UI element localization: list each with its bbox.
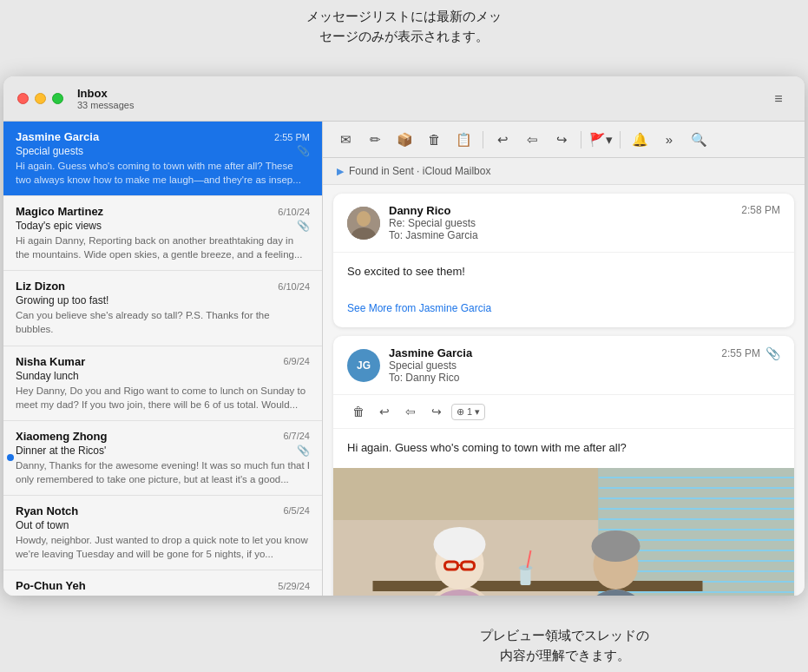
unread-dot (7, 454, 14, 461)
inline-reply-all-button[interactable]: ⇦ (399, 400, 422, 423)
sender-details-1: Danny Rico Re: Special guests To: Jasmin… (389, 204, 478, 241)
annotation-top: メッセージリストには最新のメッ セージのみが表示されます。 (0, 7, 808, 46)
attachment-icon: 📎 (297, 220, 310, 232)
message-sender: Magico Martinez (16, 205, 103, 218)
message-list-panel: Jasmine Garcia 2:55 PM Special guests 📎 … (3, 122, 323, 596)
move-button[interactable]: 📋 (451, 128, 476, 152)
message-item[interactable]: Ryan Notch 6/5/24 Out of town Howdy, nei… (3, 496, 322, 570)
traffic-lights (17, 93, 63, 104)
message-sender: Liz Dizon (16, 280, 65, 293)
inline-reply-button[interactable]: ↩ (373, 400, 396, 423)
svg-rect-20 (373, 581, 703, 591)
avatar-danny (347, 207, 380, 240)
message-item[interactable]: Nisha Kumar 6/9/24 Sunday lunch Hey Dann… (3, 346, 322, 421)
message-item[interactable]: Magico Martinez 6/10/24 Today's epic vie… (3, 196, 322, 271)
email-body-text-2: Hi again. Guess who's coming to town wit… (347, 439, 780, 458)
email-body-1: So excited to see them! See More from Ja… (333, 253, 794, 327)
title-bar: Inbox 33 messages ≡ (3, 76, 805, 122)
message-date: 2:55 PM (274, 132, 310, 142)
inline-toolbar: 🗑 ↩ ⇦ ↪ ⊕ 1 ▾ (333, 395, 794, 429)
more-button[interactable]: » (657, 128, 681, 152)
reply-all-button[interactable]: ⇦ (520, 128, 544, 152)
trash-button[interactable]: 🗑 (422, 128, 446, 152)
svg-rect-6 (599, 468, 795, 477)
location-icon: ▶ (337, 166, 344, 177)
message-header: Magico Martinez 6/10/24 (16, 205, 310, 218)
mail-window: Inbox 33 messages ≡ Jasmine Garcia 2:55 … (3, 76, 805, 596)
message-subject: Lunch call? (16, 594, 310, 596)
message-preview: Can you believe she's already so tall? P… (16, 308, 310, 336)
svg-point-1 (357, 211, 371, 227)
inbox-title: Inbox (77, 87, 134, 100)
archive-button[interactable]: 📦 (392, 128, 417, 152)
svg-point-23 (434, 527, 486, 562)
message-date: 6/7/24 (283, 431, 310, 441)
avatar-jasmine: JG (347, 349, 380, 382)
sender-to-2: To: Danny Rico (389, 372, 472, 384)
sender-details-2: Jasmine Garcia Special guests To: Danny … (389, 346, 472, 384)
inline-trash-button[interactable]: 🗑 (347, 400, 370, 423)
message-item[interactable]: Xiaomeng Zhong 6/7/24 Dinner at the Rico… (3, 421, 322, 496)
email-1-header: Danny Rico Re: Special guests To: Jasmin… (333, 194, 794, 253)
forward-button[interactable]: ↪ (549, 128, 574, 152)
message-preview: Hi again. Guess who's coming to town wit… (16, 159, 310, 187)
svg-rect-9 (599, 499, 795, 508)
message-header: Liz Dizon 6/10/24 (16, 280, 310, 293)
svg-rect-10 (599, 510, 795, 518)
message-preview: Howdy, neighbor. Just wanted to drop a q… (16, 533, 310, 561)
search-button[interactable]: 🔍 (686, 128, 711, 152)
see-more-link[interactable]: See More from Jasmine Garcia (347, 302, 491, 314)
message-item[interactable]: Liz Dizon 6/10/24 Growing up too fast! C… (3, 271, 322, 346)
message-sender: Nisha Kumar (16, 355, 85, 368)
flag-button[interactable]: 🚩▾ (588, 128, 613, 152)
toolbar-divider-1 (483, 131, 483, 148)
email-2-header: JG Jasmine Garcia Special guests To: Dan… (333, 336, 794, 395)
attachment-icon: 📎 (297, 445, 310, 457)
fullscreen-button[interactable] (52, 93, 63, 104)
notification-button[interactable]: 🔔 (627, 128, 652, 152)
email-1-header-row: Danny Rico Re: Special guests To: Jasmin… (347, 204, 780, 241)
sender-info-1: Danny Rico Re: Special guests To: Jasmin… (347, 204, 478, 241)
message-date: 6/10/24 (278, 207, 310, 217)
count-badge[interactable]: ⊕ 1 ▾ (451, 404, 485, 420)
found-in-sent-banner: ▶ Found in Sent · iCloud Mailbox (323, 158, 805, 185)
message-sender: Ryan Notch (16, 504, 78, 517)
email-2-header-row: JG Jasmine Garcia Special guests To: Dan… (347, 346, 780, 384)
sender-subject-2: Special guests (389, 359, 472, 372)
svg-point-33 (519, 565, 533, 570)
compose-button[interactable]: ✏ (363, 128, 387, 152)
filter-icon[interactable]: ≡ (766, 87, 791, 111)
message-item[interactable]: Po-Chun Yeh 5/29/24 Lunch call? Think yo… (3, 570, 322, 596)
annotation-bottom: プレビュー領域でスレッドの 内容が理解できます。 (321, 626, 808, 665)
message-sender: Xiaomeng Zhong (16, 430, 107, 443)
email-message-2: JG Jasmine Garcia Special guests To: Dan… (333, 336, 794, 596)
sender-subject-1: Re: Special guests (389, 217, 478, 229)
new-message-button[interactable]: ✉ (333, 128, 358, 152)
message-subject: Today's epic views 📎 (16, 220, 310, 232)
found-in-sent-text: Found in Sent · iCloud Mailbox (349, 165, 490, 177)
inline-forward-button[interactable]: ↪ (425, 400, 448, 423)
main-toolbar: ✉ ✏ 📦 🗑 📋 ↩ ⇦ ↪ 🚩▾ 🔔 » 🔍 (323, 122, 805, 158)
email-body-text-1: So excited to see them! (347, 263, 780, 281)
message-preview: Danny, Thanks for the awesome evening! I… (16, 458, 310, 486)
message-date: 6/9/24 (283, 356, 310, 366)
email-photo (333, 468, 794, 596)
toolbar-divider-2 (581, 131, 581, 148)
toolbar-divider-3 (620, 131, 621, 148)
svg-rect-8 (599, 489, 795, 497)
message-header: Xiaomeng Zhong 6/7/24 (16, 430, 310, 443)
message-header: Nisha Kumar 6/9/24 (16, 355, 310, 368)
title-info: Inbox 33 messages (77, 87, 134, 110)
message-subject: Dinner at the Ricos' 📎 (16, 445, 310, 457)
message-list: Jasmine Garcia 2:55 PM Special guests 📎 … (3, 122, 322, 596)
svg-point-30 (592, 530, 640, 562)
reply-button[interactable]: ↩ (490, 128, 515, 152)
sender-to-1: To: Jasmine Garcia (389, 229, 478, 241)
minimize-button[interactable] (35, 93, 46, 104)
main-content: Jasmine Garcia 2:55 PM Special guests 📎 … (3, 122, 805, 596)
message-item[interactable]: Jasmine Garcia 2:55 PM Special guests 📎 … (3, 122, 322, 196)
close-button[interactable] (17, 93, 29, 104)
email-body-2: Hi again. Guess who's coming to town wit… (333, 429, 794, 468)
sender-name-1: Danny Rico (389, 204, 478, 217)
message-preview: Hi again Danny, Reporting back on anothe… (16, 234, 310, 261)
